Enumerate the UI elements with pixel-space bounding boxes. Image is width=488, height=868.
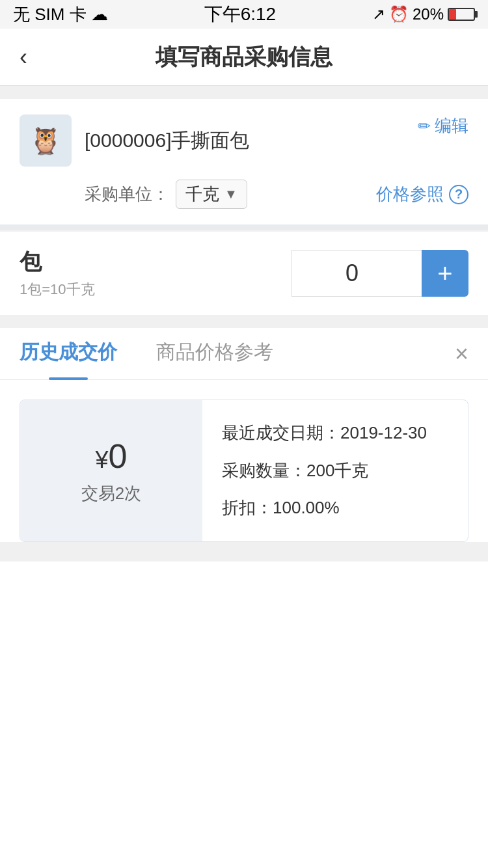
- quantity-input-wrap: +: [291, 250, 468, 297]
- product-thumbnail: 🦉: [20, 115, 72, 167]
- tab-active-indicator: [49, 377, 88, 380]
- price-ref-button[interactable]: 价格参照 ?: [376, 183, 468, 206]
- tab-priceref-label: 商品价格参考: [156, 339, 273, 366]
- edit-label: 编辑: [435, 115, 468, 137]
- unit-select[interactable]: 千克 ▼: [176, 180, 247, 209]
- transaction-right: 最近成交日期：2019-12-30 采购数量：200千克 折扣：100.00%: [202, 400, 468, 541]
- tab-history-label: 历史成交价: [20, 339, 117, 366]
- tab-price-ref[interactable]: 商品价格参考: [156, 328, 273, 380]
- purchase-qty-value: 200千克: [306, 461, 368, 480]
- tab-header: 历史成交价 商品价格参考 ×: [0, 328, 488, 380]
- quantity-row: 包 1包=10千克 +: [0, 231, 488, 315]
- battery-percent: 20%: [413, 5, 444, 23]
- currency-symbol: ¥: [96, 446, 109, 473]
- product-left: 🦉 [0000006]手撕面包: [20, 115, 249, 167]
- transaction-left: ¥0 交易2次: [20, 400, 202, 541]
- owl-icon: 🦉: [29, 126, 62, 156]
- transaction-card: ¥0 交易2次 最近成交日期：2019-12-30 采购数量：200千克 折扣：…: [20, 400, 468, 542]
- unit-value: 千克: [185, 183, 219, 206]
- battery-indicator: [448, 8, 475, 21]
- recent-date-row: 最近成交日期：2019-12-30: [222, 420, 448, 447]
- tab-panel: 历史成交价 商品价格参考 × ¥0 交易2次 最近成交日期：2019-12-30…: [0, 328, 488, 542]
- discount-row: 折扣：100.00%: [222, 495, 448, 522]
- page-background: [0, 562, 488, 868]
- product-unit-row: 采购单位： 千克 ▼ 价格参照 ?: [85, 180, 468, 209]
- page-title: 填写商品采购信息: [156, 42, 332, 72]
- product-header: 🦉 [0000006]手撕面包 ✏ 编辑: [20, 115, 468, 167]
- price-value: 0: [109, 437, 128, 475]
- location-icon: ↗: [372, 5, 385, 23]
- tab-items: 历史成交价 商品价格参考: [20, 328, 273, 380]
- purchase-qty-label: 采购数量：: [222, 461, 306, 480]
- transaction-price: ¥0: [96, 437, 128, 476]
- purchase-qty-row: 采购数量：200千克: [222, 457, 448, 485]
- status-time: 下午6:12: [204, 2, 277, 27]
- alarm-icon: ⏰: [389, 5, 409, 23]
- status-bar: 无 SIM 卡 ☁ 下午6:12 ↗ ⏰ 20%: [0, 0, 488, 29]
- dropdown-arrow-icon: ▼: [224, 187, 237, 202]
- status-left: 无 SIM 卡 ☁: [13, 3, 108, 26]
- quantity-label-wrap: 包 1包=10千克: [20, 247, 95, 299]
- product-card: 🦉 [0000006]手撕面包 ✏ 编辑 采购单位： 千克 ▼ 价格参照 ?: [0, 99, 488, 224]
- quantity-plus-button[interactable]: +: [422, 250, 468, 297]
- status-right: ↗ ⏰ 20%: [372, 5, 475, 23]
- edit-button[interactable]: ✏ 编辑: [418, 115, 468, 137]
- price-ref-label: 价格参照: [376, 183, 444, 206]
- unit-label: 采购单位：: [85, 183, 169, 206]
- separator: [0, 224, 488, 230]
- nav-bar: ‹ 填写商品采购信息: [0, 29, 488, 86]
- transaction-count: 交易2次: [81, 482, 141, 505]
- sim-text: 无 SIM 卡 ☁: [13, 3, 108, 26]
- tab-close-button[interactable]: ×: [455, 340, 468, 368]
- quantity-conversion: 1包=10千克: [20, 280, 95, 299]
- recent-date-value: 2019-12-30: [340, 423, 427, 442]
- quantity-input[interactable]: [291, 250, 422, 297]
- quantity-unit: 包: [20, 247, 95, 277]
- help-icon: ?: [449, 185, 468, 204]
- discount-value: 100.00%: [273, 498, 340, 517]
- back-button[interactable]: ‹: [20, 44, 52, 71]
- tab-history-price[interactable]: 历史成交价: [20, 328, 117, 380]
- edit-icon: ✏: [418, 117, 431, 135]
- discount-label: 折扣：: [222, 498, 273, 517]
- recent-date-label: 最近成交日期：: [222, 423, 340, 442]
- product-name: [0000006]手撕面包: [85, 128, 249, 154]
